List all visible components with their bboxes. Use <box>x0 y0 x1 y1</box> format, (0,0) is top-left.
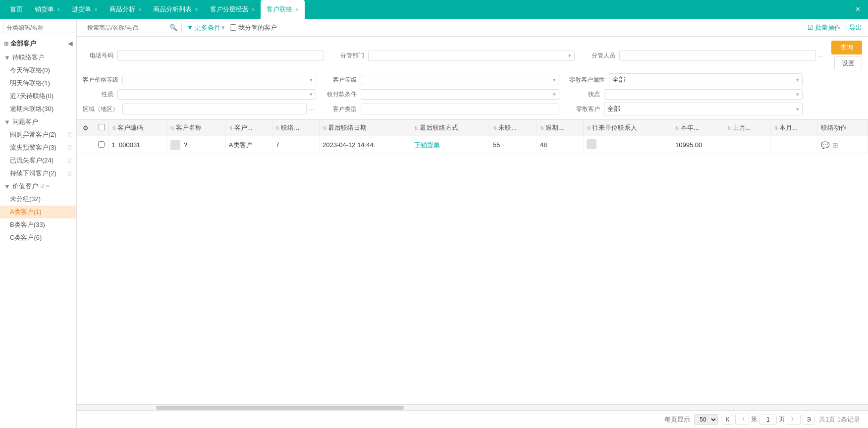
sort-icon-last-method[interactable]: ⇅ <box>414 125 418 131</box>
close-product-analysis-list-tab[interactable]: × <box>195 6 198 12</box>
col-uncontacted: ⇅未联... <box>490 120 537 136</box>
sort-icon-this-month[interactable]: ⇅ <box>774 125 778 131</box>
sidebar-search-input[interactable] <box>6 24 77 31</box>
nav-product-analysis[interactable]: 商品分析 × <box>104 0 147 19</box>
sidebar-item-7days[interactable]: 近7天待联络(0) <box>0 90 76 103</box>
last-page-button[interactable]: Э <box>803 415 815 425</box>
sidebar-collapse-icon[interactable]: ◀ <box>68 40 72 47</box>
my-customers-checkbox[interactable] <box>230 24 236 31</box>
close-purchase-tab[interactable]: × <box>94 6 97 12</box>
filter-row-2: 客户价格等级 ▾ 客户等级 ▾ 零散客户属性 <box>83 73 862 86</box>
settings-button[interactable]: 设置 <box>834 56 862 70</box>
sort-icon-last-month[interactable]: ⇅ <box>727 125 731 131</box>
total-info: 共1页 1条记录 <box>819 415 860 424</box>
first-page-button[interactable]: К <box>722 415 733 425</box>
filter-select-price-tier[interactable]: ▾ <box>122 75 316 85</box>
filter-field-person: 分管人员 ··· <box>585 50 825 61</box>
filter-search-box[interactable]: 🔍 <box>83 22 182 33</box>
region-dots[interactable]: ··· <box>307 106 316 113</box>
value-group-refresh[interactable]: ↺ <box>40 183 45 190</box>
my-customers-filter[interactable]: 我分管的客户 <box>230 23 277 32</box>
sidebar-item-a-class[interactable]: A类客户(1) <box>0 206 76 218</box>
sidebar-group-problem[interactable]: ▼ 问题客户 <box>0 115 76 128</box>
grid-icon: ⊞ <box>4 41 8 47</box>
retail-attr-arrow: ▾ <box>796 77 799 83</box>
nav-customer-contact[interactable]: 客户联络 × <box>261 0 304 19</box>
sidebar-item-ungrouped[interactable]: 未分组(32) <box>0 193 76 206</box>
prev-page-button[interactable]: 〈 <box>735 414 749 425</box>
nav-home[interactable]: 首页 <box>4 0 29 19</box>
sort-icon-this-year[interactable]: ⇅ <box>675 125 679 131</box>
close-product-analysis-tab[interactable]: × <box>138 6 141 12</box>
page-size-select[interactable]: 50 <box>694 414 718 425</box>
message-icon[interactable]: 💬 <box>821 141 829 149</box>
filter-search-input[interactable] <box>87 24 169 31</box>
sort-icon-contact2[interactable]: ⇅ <box>587 125 591 131</box>
filter-input-region[interactable] <box>122 104 307 114</box>
sort-icon-name[interactable]: ⇅ <box>170 125 174 131</box>
filter-label-customer-tier: 客户等级 <box>326 76 361 84</box>
sidebar-item-tomorrow[interactable]: 明天待联络(1) <box>0 77 76 90</box>
filter-select-retail-customer[interactable]: 全部 ▾ <box>604 103 803 115</box>
sidebar-item-b-class[interactable]: B类客户(33) <box>0 218 76 231</box>
sidebar-item-declining[interactable]: 持续下滑客户(2) ⓘ <box>0 167 76 180</box>
close-customer-contact-tab[interactable]: × <box>295 6 298 12</box>
filter-label-status: 状态 <box>569 90 604 99</box>
filter-select-payment[interactable]: ▾ <box>361 89 559 100</box>
filter-select-customer-tier[interactable]: ▾ <box>361 75 559 85</box>
sort-icon-contact[interactable]: ⇅ <box>275 125 279 131</box>
horizontal-scrollbar-thumb[interactable] <box>156 406 404 410</box>
sidebar-item-abnormal-stocking[interactable]: 囤购异常客户(2) ⓘ <box>0 128 76 141</box>
sort-icon-type[interactable]: ⇅ <box>229 125 233 131</box>
more-filters-arrow: ▾ <box>221 24 225 31</box>
nav-sales[interactable]: 销货单 × <box>29 0 66 19</box>
query-button[interactable]: 查询 <box>831 41 862 54</box>
filter-bar: 🔍 ▼ 更多条件 ▾ 我分管的客户 ☑ 批量操作 ↑ 导出 <box>77 19 868 37</box>
filter-input-customer-type[interactable] <box>361 104 559 114</box>
sidebar-group-pending[interactable]: ▼ 待联络客户 <box>0 51 76 64</box>
sidebar-item-churn-warning[interactable]: 流失预警客户(3) ⓘ <box>0 141 76 154</box>
close-customer-segmentation-tab[interactable]: × <box>252 6 255 12</box>
col-last-date: ⇅最后联络日期 <box>320 120 411 136</box>
sidebar-item-overdue[interactable]: 逾期未联络(30) <box>0 103 76 115</box>
close-sales-tab[interactable]: × <box>57 6 60 12</box>
sort-icon-last-date[interactable]: ⇅ <box>323 125 326 131</box>
filter-row-1: 电话号码 分管部门 ▾ 分管人员 ··· <box>83 41 862 70</box>
batch-op-button[interactable]: ☑ 批量操作 <box>808 23 841 32</box>
col-checkbox[interactable] <box>95 120 108 136</box>
filter-input-phone[interactable] <box>117 50 324 61</box>
price-tier-arrow: ▾ <box>310 77 313 83</box>
sidebar-item-churned[interactable]: 已流失客户(24) ⓘ <box>0 154 76 167</box>
col-settings[interactable]: ⚙ <box>77 120 95 136</box>
person-dots[interactable]: ··· <box>816 52 825 59</box>
more-filters-button[interactable]: ▼ 更多条件 ▾ <box>187 23 225 32</box>
value-group-edit[interactable]: ✏ <box>46 183 50 190</box>
filter-select-retail-attr[interactable]: 全部 ▾ <box>609 73 803 86</box>
sort-icon-code[interactable]: ⇅ <box>112 125 116 131</box>
filter-input-person[interactable] <box>619 50 816 61</box>
next-page-button[interactable]: 〉 <box>787 414 801 425</box>
sidebar: 🔍 ⊞ 全部客户 ◀ ▼ 待联络客户 今天待联络(0) 明天待联络(1) 近7天… <box>0 19 77 428</box>
sidebar-group-value[interactable]: ▼ 价值客户 ↺ ✏ <box>0 180 76 193</box>
more-icon[interactable]: ⊞ <box>832 141 838 149</box>
sidebar-search-box[interactable]: 🔍 <box>3 22 73 33</box>
last-method-link[interactable]: 下销货单 <box>414 141 440 149</box>
filter-select-nature[interactable]: ▾ <box>117 89 316 100</box>
sidebar-item-c-class[interactable]: C类客户(6) <box>0 231 76 244</box>
sort-icon-uncontacted[interactable]: ⇅ <box>493 125 497 131</box>
sidebar-all-customers[interactable]: ⊞ 全部客户 ◀ <box>0 36 76 51</box>
window-close-button[interactable]: × <box>852 5 864 14</box>
filter-select-status[interactable]: ▾ <box>604 89 803 100</box>
filter-row-4: 区域（地区） ··· 客户类型 零散客户 全部 ▾ <box>83 103 862 115</box>
filter-select-dept[interactable]: ▾ <box>368 51 574 61</box>
row-select-checkbox[interactable] <box>98 141 105 148</box>
sidebar-item-today[interactable]: 今天待联络(0) <box>0 64 76 77</box>
nav-customer-segmentation[interactable]: 客户分层经营 × <box>204 0 261 19</box>
page-number-input[interactable] <box>759 415 777 425</box>
sort-icon-overdue[interactable]: ⇅ <box>540 125 544 131</box>
export-button[interactable]: ↑ 导出 <box>845 23 863 32</box>
nav-product-analysis-list[interactable]: 商品分析列表 × <box>147 0 204 19</box>
row-checkbox[interactable] <box>95 136 108 154</box>
select-all-checkbox[interactable] <box>99 124 105 130</box>
nav-purchase[interactable]: 进货单 × <box>66 0 103 19</box>
